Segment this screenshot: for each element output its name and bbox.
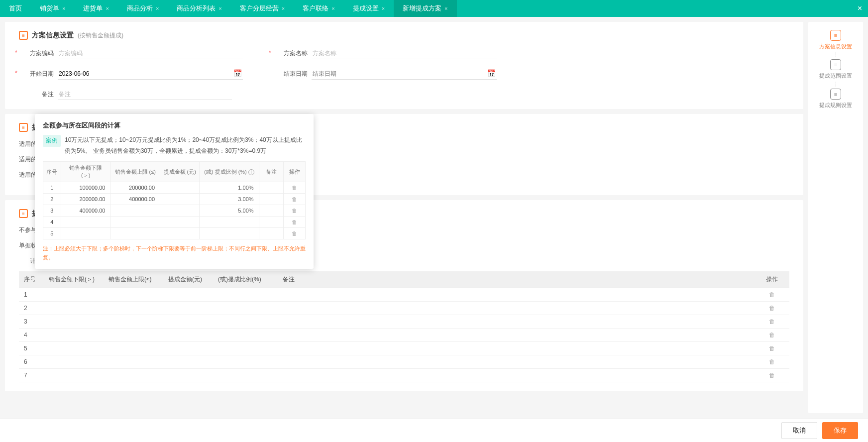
tab-label: 销货单	[40, 4, 59, 13]
start-date-input[interactable]	[58, 68, 243, 80]
rule-row[interactable]: 5🗑	[19, 342, 789, 355]
rule-row[interactable]: 1🗑	[19, 288, 789, 302]
example-row: 4🗑	[43, 217, 306, 228]
example-tag: 案例	[43, 135, 61, 147]
delete-icon[interactable]: 🗑	[292, 219, 297, 225]
close-icon[interactable]: ×	[156, 5, 159, 11]
step-icon: ≡	[830, 59, 841, 70]
col-seq: 序号	[19, 271, 44, 288]
example-row: 1100000.00200000.001.00%🗑	[43, 182, 306, 194]
col-amt: 提成金额 (元)	[160, 162, 200, 182]
close-icon[interactable]: ×	[444, 5, 447, 11]
tab-label: 提成设置	[353, 4, 379, 13]
tab-label: 客户分层经营	[240, 4, 279, 13]
tab-bar: 首页 销货单× 进货单× 商品分析× 商品分析列表× 客户分层经营× 客户联络×…	[0, 0, 868, 17]
delete-icon[interactable]: 🗑	[769, 332, 775, 338]
close-all-icon[interactable]: ×	[858, 4, 862, 13]
delete-icon[interactable]: 🗑	[292, 185, 297, 191]
delete-icon[interactable]: 🗑	[769, 305, 775, 312]
step-icon: ≡	[830, 30, 841, 41]
rule-row[interactable]: 7🗑	[19, 369, 789, 382]
example-row: 5🗑	[43, 228, 306, 239]
col-note: 备注	[259, 162, 284, 182]
tab-item-3[interactable]: 商品分析列表×	[168, 0, 230, 17]
col-low: 销售金额下限 (＞)	[61, 162, 110, 182]
col-op: 操作	[284, 162, 306, 182]
calendar-icon[interactable]: 📅	[233, 69, 242, 77]
delete-icon[interactable]: 🗑	[292, 208, 297, 214]
calendar-icon[interactable]: 📅	[487, 69, 496, 77]
rule-row[interactable]: 3🗑	[19, 315, 789, 329]
close-icon[interactable]: ×	[218, 5, 221, 11]
code-input[interactable]	[58, 48, 243, 59]
popover-note: 注：上限必须大于下限；多个阶梯时，下一个阶梯下限要等于前一阶梯上限；不同行之间下…	[43, 244, 306, 262]
delete-icon[interactable]: 🗑	[292, 230, 297, 236]
remark-input[interactable]	[58, 89, 232, 100]
col-note: 备注	[278, 271, 755, 288]
col-amt: 提成金额(元)	[163, 271, 213, 288]
close-icon[interactable]: ×	[331, 5, 334, 11]
start-date-label: *开始日期	[19, 70, 54, 78]
section-info-sub: (按销售金额提成)	[78, 31, 123, 40]
rule-tooltip-popover: 全额参与所在区间段的计算 案例 10万元以下无提成；10~20万元提成比例为1%…	[35, 114, 314, 269]
tab-label: 新增提成方案	[403, 4, 441, 13]
info-icon[interactable]: i	[248, 169, 254, 175]
delete-icon[interactable]: 🗑	[292, 196, 297, 202]
end-date-label: 结束日期	[273, 70, 308, 78]
step-label: 方案信息设置	[819, 43, 852, 50]
name-label: *方案名称	[273, 49, 308, 58]
tab-item-7[interactable]: 新增提成方案×	[394, 0, 456, 17]
step-connector	[836, 52, 836, 57]
close-icon[interactable]: ×	[382, 5, 385, 11]
popover-title: 全额参与所在区间段的计算	[43, 121, 306, 130]
tab-item-4[interactable]: 客户分层经营×	[231, 0, 294, 17]
example-row: 3400000.005.00%🗑	[43, 205, 306, 217]
col-seq: 序号	[43, 162, 61, 182]
remark-label: 备注	[19, 90, 54, 99]
step-connector	[836, 82, 836, 87]
rule-row[interactable]: 6🗑	[19, 355, 789, 369]
tab-item-1[interactable]: 进货单×	[74, 0, 117, 17]
tab-home-label: 首页	[9, 4, 22, 13]
rule-row[interactable]: 2🗑	[19, 302, 789, 315]
tab-item-6[interactable]: 提成设置×	[344, 0, 394, 17]
tab-item-5[interactable]: 客户联络×	[294, 0, 343, 17]
tab-label: 商品分析	[127, 4, 153, 13]
delete-icon[interactable]: 🗑	[769, 358, 775, 365]
delete-icon[interactable]: 🗑	[769, 318, 775, 325]
section-range: ≡ 提成范围设 适用的商品 适用的客户 适用的员工 全额参与所在区间段的计算 案…	[5, 114, 803, 195]
tab-label: 客户联络	[303, 4, 328, 13]
rule-row[interactable]: 4🗑	[19, 329, 789, 342]
delete-icon[interactable]: 🗑	[769, 345, 775, 352]
col-up: 销售金额上限(≤)	[104, 271, 163, 288]
col-up: 销售金额上限 (≤)	[110, 162, 160, 182]
section-icon: ≡	[19, 31, 28, 40]
example-text: 10万元以下无提成；10~20万元提成比例为1%；20~40万提成比例为3%；4…	[65, 135, 306, 156]
col-op: 操作	[755, 271, 789, 288]
tab-home[interactable]: 首页	[0, 0, 31, 17]
col-pct: (或)提成比例(%)	[213, 271, 278, 288]
tab-label: 商品分析列表	[177, 4, 216, 13]
example-row: 2200000.00400000.003.00%🗑	[43, 194, 306, 205]
delete-icon[interactable]: 🗑	[769, 372, 775, 379]
tab-item-2[interactable]: 商品分析×	[118, 0, 168, 17]
step-icon: ≡	[830, 89, 841, 100]
step-info[interactable]: ≡ 方案信息设置	[819, 30, 852, 50]
tab-item-0[interactable]: 销货单×	[31, 0, 74, 17]
step-label: 提成规则设置	[819, 102, 852, 109]
close-icon[interactable]: ×	[62, 5, 65, 11]
end-date-input[interactable]	[312, 68, 497, 80]
section-info: ≡ 方案信息设置 (按销售金额提成) *方案编码 *方案名称 *开始日期	[5, 22, 803, 109]
step-range[interactable]: ≡ 提成范围设置	[819, 59, 852, 80]
name-input[interactable]	[312, 48, 497, 59]
rule-table: 序号 销售金额下限(＞) 销售金额上限(≤) 提成金额(元) (或)提成比例(%…	[19, 271, 789, 382]
section-icon: ≡	[19, 209, 28, 218]
right-step-nav: ≡ 方案信息设置 ≡ 提成范围设置 ≡ 提成规则设置	[808, 22, 863, 413]
delete-icon[interactable]: 🗑	[769, 291, 775, 298]
section-info-title: 方案信息设置	[32, 31, 74, 40]
close-icon[interactable]: ×	[282, 5, 285, 11]
col-pct: (或) 提成比例 (%) i	[200, 162, 259, 182]
example-table: 序号 销售金额下限 (＞) 销售金额上限 (≤) 提成金额 (元) (或) 提成…	[43, 161, 306, 239]
close-icon[interactable]: ×	[106, 5, 108, 11]
step-rule[interactable]: ≡ 提成规则设置	[819, 89, 852, 109]
